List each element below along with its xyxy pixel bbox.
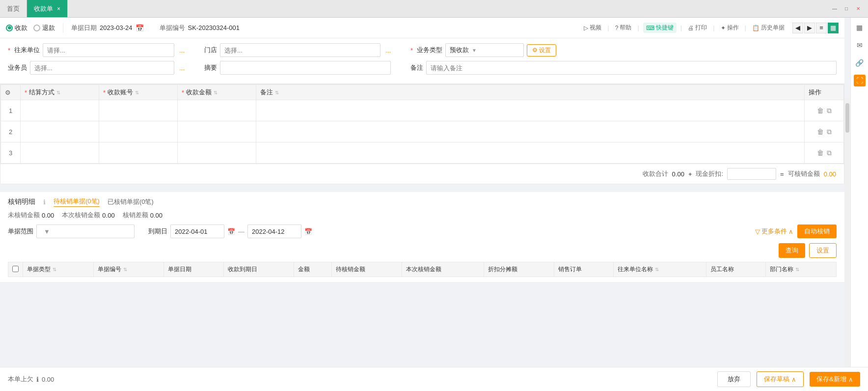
video-icon: ▷ [584, 25, 588, 31]
delete-row-1-button[interactable]: 🗑 [817, 107, 824, 114]
scroll-thumb[interactable] [845, 103, 849, 133]
sort-dept: ⇅ [795, 267, 799, 272]
cell-settle-1[interactable] [21, 100, 99, 121]
refund-radio-circle [33, 25, 40, 31]
summary-input[interactable] [220, 61, 391, 75]
cell-actions-2: 🗑 ⧉ [805, 121, 844, 142]
tab-home[interactable]: 首页 [0, 0, 27, 17]
th-operations: 操作 [805, 85, 844, 100]
verify-tab-pending[interactable]: 待核销单据(0笔) [54, 197, 100, 207]
staff-input[interactable] [30, 61, 174, 75]
scrollbar[interactable] [844, 98, 850, 307]
view-list-button[interactable]: ≡ [816, 23, 827, 33]
verify-settings-button[interactable]: 设置 [809, 243, 837, 258]
business-type-required: * [410, 47, 413, 54]
sort-counterpart: ⇅ [655, 267, 659, 272]
view-grid-button[interactable]: ▦ [828, 23, 839, 33]
filter-row: 单据范围 ▼ 到期日 📅 — 📅 [8, 224, 837, 238]
tab-close-icon[interactable]: × [57, 5, 60, 12]
date-range-field: 单据范围 ▼ [8, 224, 135, 238]
settings-button[interactable]: ⚙ 设置 [527, 44, 556, 56]
help-button[interactable]: ? 帮助 [613, 23, 634, 33]
cell-amount-2[interactable] [178, 121, 256, 142]
th-bill-type: 单据类型⇅ [23, 262, 94, 277]
cell-remark-3[interactable] [256, 142, 805, 164]
window-controls: — □ ✕ [831, 5, 868, 13]
tab-home-label: 首页 [7, 4, 20, 13]
history-button[interactable]: 📋 历史单据 [750, 23, 787, 33]
help-label: 帮助 [620, 24, 631, 32]
cell-account-3[interactable] [99, 142, 178, 164]
query-button[interactable]: 查询 [779, 243, 805, 258]
shortcut-icon: ⌨ [646, 25, 654, 31]
stat-this-amount: 本次核销金额 0.00 [62, 211, 114, 220]
delete-row-3-button[interactable]: 🗑 [817, 149, 824, 157]
receipt-radio[interactable]: 收款 [6, 24, 27, 32]
select-all-checkbox[interactable] [12, 266, 19, 272]
table-settings-icon[interactable]: ⚙ [5, 89, 11, 96]
view-prev-button[interactable]: ◀ [792, 23, 803, 33]
right-table-icon[interactable]: ▦ [854, 22, 866, 33]
maximize-button[interactable]: □ [842, 5, 850, 13]
copy-row-3-button[interactable]: ⧉ [827, 149, 832, 157]
copy-row-1-button[interactable]: ⧉ [827, 107, 832, 115]
staff-label: 业务员 [8, 63, 27, 72]
plus-symbol: + [688, 170, 692, 178]
verify-stats: 未核销金额 0.00 本次核销金额 0.00 核销差额 0.00 [8, 211, 837, 220]
discount-input[interactable] [727, 168, 776, 180]
store-input[interactable] [220, 43, 380, 57]
refund-radio[interactable]: 退款 [33, 24, 55, 32]
counterpart-dots[interactable]: ... [179, 47, 185, 54]
shortcut-button[interactable]: ⌨ 快捷键 [643, 23, 677, 33]
cell-settle-2[interactable] [21, 121, 99, 142]
cell-amount-3[interactable] [178, 142, 256, 164]
section-divider [0, 184, 844, 188]
staff-dots[interactable]: ... [179, 64, 185, 72]
counterpart-input[interactable] [43, 43, 174, 57]
right-expand-icon[interactable]: ⛶ [854, 75, 866, 86]
right-attachment-icon[interactable]: 🔗 [854, 57, 866, 69]
tab-receipt[interactable]: 收款单 × [27, 0, 68, 17]
video-button[interactable]: ▷ 视频 [582, 23, 603, 33]
verify-section: 核销明细 ℹ 待核销单据(0笔) 已核销单据(0笔) 未核销金额 0.00 本次… [0, 192, 844, 282]
cell-account-1[interactable] [99, 100, 178, 121]
cell-remark-1[interactable] [256, 100, 805, 121]
net-value: 0.00 [824, 170, 836, 178]
date-from-input[interactable] [170, 224, 224, 238]
sort-icon-account: ⇅ [135, 90, 139, 95]
cell-amount-1[interactable] [178, 100, 256, 121]
delete-row-2-button[interactable]: 🗑 [817, 128, 824, 136]
cell-account-2[interactable] [99, 121, 178, 142]
close-button[interactable]: ✕ [854, 5, 862, 13]
summary-label: 摘要 [204, 63, 217, 72]
filter-left: 单据范围 ▼ 到期日 📅 — 📅 [8, 224, 312, 238]
date-to-input[interactable] [247, 224, 301, 238]
verify-info-icon[interactable]: ℹ [43, 198, 46, 206]
range-select[interactable]: ▼ [36, 224, 135, 238]
operations-button[interactable]: ✦ 操作 [719, 23, 741, 33]
table-row: 1 🗑 ⧉ [1, 100, 844, 121]
right-mail-icon[interactable]: ✉ [854, 39, 866, 51]
minimize-button[interactable]: — [831, 5, 839, 13]
cell-settle-3[interactable] [21, 142, 99, 164]
store-dots[interactable]: ... [385, 47, 391, 54]
remark-input[interactable] [426, 61, 837, 75]
view-toggle: ◀ ▶ ≡ ▦ [792, 23, 839, 33]
print-button[interactable]: 🖨 打印 [686, 23, 709, 33]
remark-label: 备注 [410, 63, 423, 72]
auto-verify-button[interactable]: 自动核销 [797, 224, 837, 238]
store-field: 门店 ... [204, 43, 391, 57]
business-type-select[interactable]: 预收款 ▼ [445, 43, 524, 57]
discount-label: 现金折扣: [696, 169, 723, 178]
calendar-from-icon[interactable]: 📅 [227, 228, 235, 235]
view-next-button[interactable]: ▶ [804, 23, 815, 33]
copy-row-2-button[interactable]: ⧉ [827, 128, 832, 136]
th-sales-order: 销售订单 [554, 262, 614, 277]
more-filters-button[interactable]: ▽ 更多条件 ∧ [755, 227, 793, 236]
th-settle-method: * 结算方式 ⇅ [21, 85, 99, 100]
calendar-to-icon[interactable]: 📅 [304, 228, 312, 235]
th-counterpart-name: 往来单位名称⇅ [614, 262, 706, 277]
cell-remark-2[interactable] [256, 121, 805, 142]
verify-tab-done[interactable]: 已核销单据(0笔) [108, 197, 154, 207]
calendar-icon[interactable]: 📅 [136, 24, 144, 32]
